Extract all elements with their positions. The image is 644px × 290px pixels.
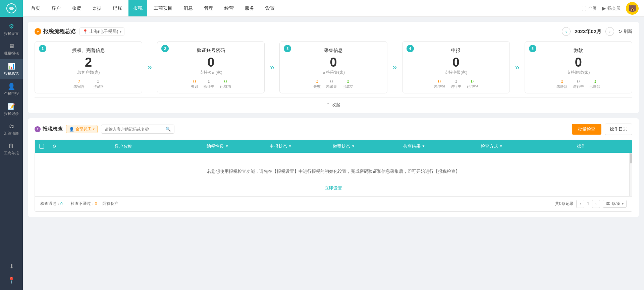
th-check-result[interactable]: 检查结果 ▼ — [375, 140, 453, 153]
has-note-label: 囧有备注 — [102, 201, 118, 207]
step-2-count: 0 — [163, 56, 259, 70]
nav-item-message[interactable]: 消息 — [179, 0, 198, 16]
step-4-stat-3[interactable]: 0 已申报 — [467, 79, 478, 89]
step-4-stat-1[interactable]: 0 未申报 — [434, 79, 445, 89]
step-2-stat-1[interactable]: 0 失败 — [191, 79, 198, 89]
settlement-icon: 🗂 — [8, 123, 14, 130]
step-5-stats: 0 未缴款 0 进行中 0 已缴款 — [530, 79, 627, 89]
prev-page-button[interactable]: ‹ — [576, 200, 584, 208]
vip-button[interactable]: ▶ 畅会员 — [602, 5, 621, 11]
step-4-stats: 0 未申报 0 进行中 0 已申报 — [408, 79, 504, 89]
th-check-method[interactable]: 检查方式 ▼ — [453, 140, 530, 153]
batch-check-button[interactable]: 批量检查 — [572, 124, 601, 135]
sidebar-item-download[interactable]: ⬇ — [0, 259, 23, 273]
step-2-stat-2[interactable]: 0 验证中 — [204, 79, 215, 89]
flow-step-2: 2 验证账号密码 0 支持验证(家) 0 失败 0 验证中 — [157, 41, 265, 93]
th-client-name: 客户名称 — [60, 140, 186, 153]
step-5-stat-3[interactable]: 0 已缴款 — [589, 79, 600, 89]
top-navigation: 首页 客户 收费 票据 记账 报税 工商项目 消息 管理 经营 服务 设置 ⛶ … — [0, 0, 644, 17]
step-4-number: 4 — [407, 45, 414, 52]
step-5-stat-2[interactable]: 0 进行中 — [573, 79, 584, 89]
nav-item-home[interactable]: 首页 — [26, 0, 45, 16]
step-1-stat-1[interactable]: 2 未完善 — [73, 79, 85, 89]
search-input[interactable] — [101, 125, 162, 133]
flow-step-3: 3 采集信息 0 支持采集(家) 0 失败 0 未采集 — [279, 41, 387, 93]
nav-item-manage[interactable]: 管理 — [199, 0, 218, 16]
next-month-button[interactable]: › — [605, 27, 614, 36]
table-container: ⚙ 客户名称 纳税性质 ▼ 申报状态 ▼ 缴费状态 ▼ — [35, 140, 632, 212]
nav-item-tax[interactable]: 报税 — [128, 0, 147, 16]
location-selector[interactable]: 📍 上海(电子税局) ▾ — [79, 27, 124, 35]
step-1-title: 授权、完善信息 — [40, 46, 137, 54]
nav-item-client[interactable]: 客户 — [47, 0, 65, 16]
table-body: 若您想使用报税检查功能，请先在【报税设置】中进行报税的初始化设置，完成密码验证和… — [35, 153, 632, 196]
step-3-stat-2[interactable]: 0 未采集 — [326, 79, 337, 89]
arrow-1: » — [142, 41, 157, 93]
filter-icon-2: ▼ — [288, 144, 292, 148]
overview-icon: 📊 — [8, 63, 15, 70]
sidebar-item-batch-tax[interactable]: 🖥 批量报税 — [0, 40, 23, 59]
nav-item-invoice[interactable]: 票据 — [88, 0, 106, 16]
step-3-count: 0 — [285, 56, 381, 70]
step-2-stat-3[interactable]: 0 已成功 — [220, 79, 231, 89]
step-3-title: 采集信息 — [285, 46, 381, 54]
employee-filter[interactable]: 👤 全部员工 ▾ — [66, 125, 98, 133]
logo[interactable] — [0, 0, 23, 17]
th-gear[interactable]: ⚙ — [48, 140, 60, 153]
flow-step-1: 1 授权、完善信息 2 总客户数(家) 2 未完善 0 已完善 — [35, 41, 142, 93]
nav-item-fee[interactable]: 收费 — [67, 0, 86, 16]
step-3-stat-3[interactable]: 0 已成功 — [342, 79, 354, 89]
th-checkbox[interactable] — [35, 140, 48, 153]
th-operation: 操作 — [530, 140, 632, 153]
flow-step-4: 4 申报 0 支持申报(家) 0 未申报 0 进行中 — [402, 41, 510, 93]
nav-item-settings[interactable]: 设置 — [261, 0, 279, 16]
step-4-count: 0 — [408, 56, 504, 70]
check-pass-value[interactable]: 0 — [60, 202, 63, 206]
sidebar-item-tax-records[interactable]: 📝 报税记录 — [0, 99, 23, 120]
sidebar-item-settlement[interactable]: 🗂 汇算清缴 — [0, 120, 23, 139]
step-5-stat-1[interactable]: 0 未缴款 — [556, 79, 568, 89]
step-5-sub: 支持缴款(家) — [530, 70, 627, 75]
scrollbar[interactable] — [629, 153, 632, 196]
sidebar: ⚙ 报税设置 🖥 批量报税 📊 报税总览 👤 个税申报 📝 报税记录 🗂 汇算清… — [0, 17, 23, 290]
avatar[interactable]: 🐻 — [626, 2, 639, 15]
step-3-sub: 支持采集(家) — [285, 70, 381, 75]
nav-item-business[interactable]: 工商项目 — [149, 0, 177, 16]
nav-item-bookkeeping[interactable]: 记账 — [108, 0, 127, 16]
step-1-number: 1 — [39, 45, 46, 52]
fullscreen-button[interactable]: ⛶ 全屏 — [582, 5, 597, 11]
step-4-stat-2[interactable]: 0 进行中 — [450, 79, 462, 89]
prev-month-button[interactable]: ‹ — [562, 27, 571, 36]
th-declare-status[interactable]: 申报状态 ▼ — [249, 140, 312, 153]
step-5-number: 5 — [529, 45, 536, 52]
step-5-title: 缴款 — [530, 46, 627, 54]
op-log-button[interactable]: 操作日志 — [605, 124, 632, 135]
page-number: 1 — [587, 201, 589, 206]
setup-link[interactable]: 立即设置 — [325, 185, 342, 191]
sidebar-item-personal-tax[interactable]: 👤 个税申报 — [0, 79, 23, 99]
nav-item-service[interactable]: 服务 — [240, 0, 259, 16]
location-icon: 📍 — [8, 277, 15, 284]
filter-icon-4: ▼ — [422, 144, 425, 148]
sidebar-item-tax-settings[interactable]: ⚙ 报税设置 — [0, 19, 23, 40]
employee-filter-icon: 👤 — [69, 127, 74, 132]
arrow-3: » — [387, 41, 402, 93]
main-layout: ⚙ 报税设置 🖥 批量报税 📊 报税总览 👤 个税申报 📝 报税记录 🗂 汇算清… — [0, 17, 644, 290]
step-1-stat-2[interactable]: 0 已完善 — [93, 79, 104, 89]
step-3-stat-1[interactable]: 0 失败 — [313, 79, 321, 89]
sidebar-item-location[interactable]: 📍 — [0, 273, 23, 287]
personal-tax-icon: 👤 — [8, 83, 15, 90]
sidebar-item-overview[interactable]: 📊 报税总览 — [0, 59, 23, 79]
nav-right: ⛶ 全屏 ▶ 畅会员 🐻 — [582, 2, 644, 15]
search-button[interactable]: 🔍 — [162, 125, 174, 133]
th-pay-status[interactable]: 缴费状态 ▼ — [312, 140, 375, 153]
check-fail-value[interactable]: 0 — [95, 202, 97, 206]
sidebar-item-annual-report[interactable]: 🗓 工商年报 — [0, 139, 23, 159]
refresh-button[interactable]: ↻ 刷新 — [618, 28, 632, 34]
collapse-button[interactable]: ⌃ 收起 — [35, 102, 632, 108]
chevron-down-icon: ▾ — [120, 30, 121, 33]
nav-item-operation[interactable]: 经营 — [220, 0, 238, 16]
next-page-button[interactable]: › — [592, 200, 600, 208]
th-tax-type[interactable]: 纳税性质 ▼ — [186, 140, 249, 153]
per-page-selector[interactable]: 30 条/页 ▾ — [603, 200, 627, 208]
